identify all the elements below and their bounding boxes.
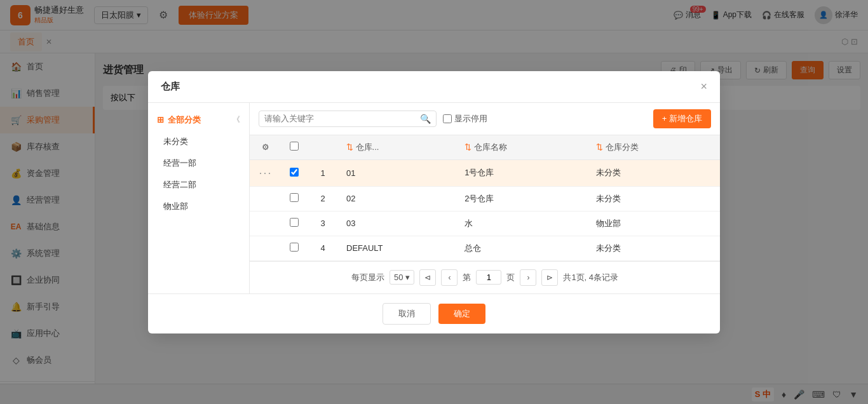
th-code: ⇅ 仓库... — [339, 135, 457, 160]
row-category: 未分类 — [588, 236, 720, 260]
modal-close-button[interactable]: × — [700, 80, 707, 93]
row-check[interactable] — [281, 186, 307, 211]
more-icon[interactable]: ··· — [259, 166, 272, 179]
row-num: 2 — [307, 186, 339, 211]
search-icon: 🔍 — [420, 114, 431, 124]
sort-icon-name: ⇅ — [465, 142, 471, 152]
add-warehouse-button[interactable]: + 新增仓库 — [653, 109, 711, 128]
modal-body: ⊞ 全部分类 《 未分类 经营一部 经营二部 物业部 🔍 — [148, 103, 720, 293]
show-disabled-checkbox[interactable] — [443, 114, 452, 123]
row-category: 物业部 — [588, 211, 720, 236]
row-code: 02 — [339, 186, 457, 211]
table-wrap: ⚙ ⇅ 仓库... — [250, 135, 720, 261]
row-code: 01 — [339, 159, 457, 186]
row-code: 03 — [339, 211, 457, 236]
total-info: 共1页, 4条记录 — [563, 272, 618, 283]
category-panel: ⊞ 全部分类 《 未分类 经营一部 经营二部 物业部 — [148, 103, 250, 293]
all-categories-label: 全部分类 — [168, 114, 201, 126]
row-gear: ··· — [250, 159, 281, 186]
row-category: 未分类 — [588, 186, 720, 211]
chevron-down-icon-page: ▾ — [405, 273, 410, 282]
sort-icon: ⇅ — [346, 142, 353, 152]
warehouse-table: ⚙ ⇅ 仓库... — [250, 135, 720, 261]
last-page-button[interactable]: ⊳ — [541, 269, 558, 286]
confirm-button[interactable]: 确定 — [438, 304, 485, 324]
row-name: 1号仓库 — [457, 159, 588, 186]
table-header-row: ⚙ ⇅ 仓库... — [250, 135, 720, 160]
per-page-label: 每页显示 — [351, 272, 384, 283]
row-name: 2号仓库 — [457, 186, 588, 211]
grid-icon: ⊞ — [157, 115, 164, 125]
first-page-button[interactable]: ⊲ — [419, 269, 436, 286]
category-item-operations1[interactable]: 经营一部 — [148, 152, 249, 174]
row-check[interactable] — [281, 236, 307, 260]
row-name: 总仓 — [457, 236, 588, 260]
cancel-button[interactable]: 取消 — [383, 303, 431, 325]
table-toolbar: 🔍 显示停用 + 新增仓库 — [250, 103, 720, 135]
th-name: ⇅ 仓库名称 — [457, 135, 588, 160]
per-page-value: 50 — [394, 273, 403, 282]
row-checkbox[interactable] — [290, 193, 299, 202]
search-input[interactable] — [264, 114, 417, 123]
table-panel: 🔍 显示停用 + 新增仓库 ⚙ — [250, 103, 720, 293]
sort-icon-cat: ⇅ — [596, 142, 603, 152]
category-item-operations2[interactable]: 经营二部 — [148, 174, 249, 196]
row-check[interactable] — [281, 159, 307, 186]
row-category: 未分类 — [588, 159, 720, 186]
row-gear — [250, 186, 281, 211]
modal-overlay: 仓库 × ⊞ 全部分类 《 未分类 经营一部 经营二部 物业部 — [0, 0, 868, 404]
warehouse-modal: 仓库 × ⊞ 全部分类 《 未分类 经营一部 经营二部 物业部 — [148, 71, 720, 333]
row-checkbox[interactable] — [290, 218, 299, 227]
table-row[interactable]: ··· 1 01 1号仓库 未分类 — [250, 159, 720, 186]
collapse-button[interactable]: 《 — [233, 114, 240, 125]
table-row[interactable]: 2 02 2号仓库 未分类 — [250, 186, 720, 211]
row-check[interactable] — [281, 211, 307, 236]
search-input-wrap[interactable]: 🔍 — [259, 111, 437, 127]
th-check — [281, 135, 307, 160]
show-disabled-label: 显示停用 — [454, 113, 487, 125]
table-row[interactable]: 3 03 水 物业部 — [250, 211, 720, 236]
modal-title: 仓库 — [161, 81, 180, 93]
page-suffix: 页 — [506, 272, 515, 283]
row-num: 4 — [307, 236, 339, 260]
row-name: 水 — [457, 211, 588, 236]
prev-page-button[interactable]: ‹ — [441, 269, 458, 286]
row-num: 3 — [307, 211, 339, 236]
row-gear — [250, 211, 281, 236]
gear-icon: ⚙ — [262, 142, 269, 152]
th-gear: ⚙ — [250, 135, 281, 160]
table-row[interactable]: 4 DEFAULT 总仓 未分类 — [250, 236, 720, 260]
show-disabled-wrap: 显示停用 — [443, 113, 487, 125]
page-number-input[interactable] — [476, 270, 501, 285]
page-label: 第 — [463, 272, 471, 283]
category-item-unclassified[interactable]: 未分类 — [148, 131, 249, 152]
row-checkbox[interactable] — [290, 168, 299, 177]
row-code: DEFAULT — [339, 236, 457, 260]
row-checkbox[interactable] — [290, 243, 299, 252]
row-gear — [250, 236, 281, 260]
next-page-button[interactable]: › — [520, 269, 536, 286]
th-num — [307, 135, 339, 160]
per-page-select[interactable]: 50 ▾ — [390, 270, 414, 285]
select-all-checkbox[interactable] — [290, 142, 299, 151]
row-num: 1 — [307, 159, 339, 186]
pagination: 每页显示 50 ▾ ⊲ ‹ 第 页 › ⊳ 共1页, 4条记录 — [250, 261, 720, 293]
category-header[interactable]: ⊞ 全部分类 《 — [148, 109, 249, 131]
modal-header: 仓库 × — [148, 71, 720, 103]
category-item-property[interactable]: 物业部 — [148, 196, 249, 217]
modal-footer: 取消 确定 — [148, 293, 720, 333]
th-category: ⇅ 仓库分类 — [588, 135, 720, 160]
